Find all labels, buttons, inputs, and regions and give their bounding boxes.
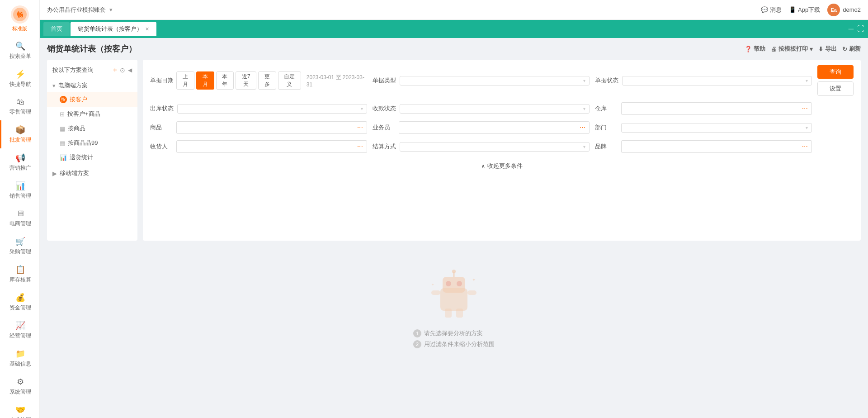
date-buttons: 上月 本月 本年 近7天 更多 自定义 xyxy=(176,71,301,90)
user-profile[interactable]: Ea demo2 xyxy=(827,4,861,16)
refresh-btn[interactable]: ↻ 刷新 xyxy=(842,45,861,53)
date-btn-this-year[interactable]: 本年 xyxy=(216,71,234,90)
scheme-item-return-stat[interactable]: 📊 退货统计 xyxy=(47,150,137,165)
date-filter-label: 单据日期 xyxy=(150,76,173,85)
warehouse-input[interactable]: ··· xyxy=(621,102,812,115)
page: 销货单统计表（按客户） ❓ 帮助 🖨 按模板打印 ▾ ⬇ 导出 xyxy=(40,38,868,418)
print-dropdown-icon[interactable]: ▾ xyxy=(810,46,813,52)
sidebar-item-ecommerce[interactable]: 🖥电商管理 xyxy=(0,204,39,232)
warehouse-group: 仓库 ··· xyxy=(595,102,812,115)
scheme-item-by-product[interactable]: ▦ 按商品 xyxy=(47,121,137,136)
sidebar-item-shortcut[interactable]: ⚡快捷导航 xyxy=(0,65,39,93)
svg-text:畅: 畅 xyxy=(17,11,23,18)
sidebar-item-enterprise[interactable]: 🤝企业协同 xyxy=(0,400,39,418)
sidebar-item-label: 基础信息 xyxy=(9,360,31,368)
query-button[interactable]: 查询 xyxy=(817,65,854,79)
scheme-group-arrow: ▾ xyxy=(52,82,56,89)
tab-expand-btn[interactable]: ─ ⛶ xyxy=(849,25,864,33)
sidebar-item-operations[interactable]: 📈经营管理 xyxy=(0,316,39,344)
purchase-icon: 🛒 xyxy=(15,237,25,247)
scheme-collapse-icon[interactable]: ◀ xyxy=(128,67,132,73)
date-btn-more[interactable]: 更多 xyxy=(258,71,276,90)
department-select[interactable]: ▾ xyxy=(621,123,812,133)
empty-state-text: 1 请先选择要分析的方案 2 用过滤条件来缩小分析范围 xyxy=(413,329,495,351)
scheme-group-mobile-label: 移动端方案 xyxy=(60,169,89,177)
receiver-group: 收货人 ··· xyxy=(150,140,367,153)
tab-fullscreen-icon[interactable]: ⛶ xyxy=(857,25,864,33)
salesperson-input[interactable]: ··· xyxy=(399,121,590,134)
salesperson-label: 业务员 xyxy=(373,124,395,132)
product-dots[interactable]: ··· xyxy=(357,124,363,132)
sidebar-item-search[interactable]: 🔍搜索菜单 xyxy=(0,37,39,65)
sidebar-item-system[interactable]: ⚙系统管理 xyxy=(0,372,39,400)
warehouse-dots[interactable]: ··· xyxy=(802,104,808,113)
product-input[interactable]: ··· xyxy=(176,121,367,134)
scheme-add-icon[interactable]: + xyxy=(113,66,117,74)
app-download-btn[interactable]: 📱 App下载 xyxy=(789,6,820,14)
recv-status-group: 收款状态 ▾ xyxy=(373,104,590,114)
empty-state: ✦ ✦ 1 请先选择要分析的方案 2 用过滤条件来缩小分析范围 xyxy=(47,241,861,378)
scheme-refresh-icon[interactable]: ⊙ xyxy=(120,66,125,74)
doc-type-select[interactable]: ▾ xyxy=(400,76,590,86)
empty-state-image: ✦ ✦ xyxy=(427,268,481,322)
scheme-item-by-customer[interactable]: 按 按客户 xyxy=(47,92,137,107)
brand-dots[interactable]: ··· xyxy=(802,142,808,151)
print-icon: 🖨 xyxy=(771,46,777,52)
settings-button[interactable]: 设置 xyxy=(817,81,854,96)
sidebar-item-inventory[interactable]: 📋库存核算 xyxy=(0,260,39,288)
help-btn[interactable]: ❓ 帮助 xyxy=(745,45,765,53)
brand-input[interactable]: ··· xyxy=(621,140,812,153)
sidebar-item-sales[interactable]: 📊销售管理 xyxy=(0,176,39,204)
sidebar-item-retail[interactable]: 🛍零售管理 xyxy=(0,93,39,120)
date-btn-prev-month[interactable]: 上月 xyxy=(176,71,194,90)
date-btn-7days[interactable]: 近7天 xyxy=(236,71,256,90)
sidebar-item-marketing[interactable]: 📢营销推广 xyxy=(0,148,39,176)
salesperson-group: 业务员 ··· xyxy=(373,121,590,134)
date-btn-this-month[interactable]: 本月 xyxy=(196,71,214,90)
topbar-dropdown-icon[interactable]: ▾ xyxy=(109,6,113,13)
sidebar-item-finance[interactable]: 💰资金管理 xyxy=(0,288,39,316)
sidebar-item-label: 零售管理 xyxy=(9,108,31,116)
date-btn-custom[interactable]: 自定义 xyxy=(278,71,301,90)
settlement-group: 结算方式 ▾ xyxy=(373,142,590,152)
scheme-panel-icons: + ⊙ ◀ xyxy=(113,66,132,74)
svg-point-6 xyxy=(457,281,462,286)
brand-label: 品牌 xyxy=(595,142,618,151)
department-arrow: ▾ xyxy=(806,125,808,130)
scheme-panel: 按以下方案查询 + ⊙ ◀ ▾ 电脑端方案 按 xyxy=(47,60,137,241)
page-header: 销货单统计表（按客户） ❓ 帮助 🖨 按模板打印 ▾ ⬇ 导出 xyxy=(47,43,861,54)
topbar-left: 办公用品行业模拟账套 ▾ xyxy=(47,6,113,14)
receiver-input[interactable]: ··· xyxy=(176,140,367,153)
recv-status-select[interactable]: ▾ xyxy=(400,104,590,114)
system-icon: ⚙ xyxy=(17,377,24,387)
out-status-select[interactable]: ▾ xyxy=(177,104,367,114)
basic-icon: 📁 xyxy=(15,349,25,359)
export-btn[interactable]: ⬇ 导出 xyxy=(818,45,837,53)
settlement-select[interactable]: ▾ xyxy=(400,142,590,152)
tab-close-icon[interactable]: ✕ xyxy=(145,26,149,32)
scheme-item-by-customer-product[interactable]: ⊞ 按客户+商品 xyxy=(47,107,137,121)
sidebar-item-wholesale[interactable]: 📦批发管理 xyxy=(0,120,39,148)
sidebar-item-label: 企业协同 xyxy=(9,416,31,418)
tab-sales-stat[interactable]: 销货单统计表（按客户） ✕ xyxy=(71,22,156,36)
sidebar-item-label: 电商管理 xyxy=(9,220,31,228)
receiver-dots[interactable]: ··· xyxy=(357,142,363,151)
scheme-item-icon-return: 📊 xyxy=(60,154,67,161)
sidebar-item-purchase[interactable]: 🛒采购管理 xyxy=(0,232,39,260)
doc-status-arrow: ▾ xyxy=(806,78,808,83)
doc-status-select[interactable]: ▾ xyxy=(622,76,812,86)
collapse-btn[interactable]: ∧ 收起更多条件 xyxy=(150,159,854,173)
scheme-group-desktop-header[interactable]: ▾ 电脑端方案 xyxy=(47,79,137,92)
sidebar-item-basic[interactable]: 📁基础信息 xyxy=(0,344,39,372)
tab-home-label: 首页 xyxy=(51,25,62,33)
scheme-item-by-product-99[interactable]: ▦ 按商品品99 xyxy=(47,136,137,150)
salesperson-dots[interactable]: ··· xyxy=(580,124,585,132)
enterprise-icon: 🤝 xyxy=(15,405,25,415)
scheme-group-mobile-header[interactable]: ▶ 移动端方案 xyxy=(47,166,137,180)
sidebar-item-label: 销售管理 xyxy=(9,192,31,200)
message-btn[interactable]: 💬 消息 xyxy=(761,6,782,14)
tab-home[interactable]: 首页 xyxy=(43,22,70,36)
template-print-btn[interactable]: 🖨 按模板打印 ▾ xyxy=(771,45,813,53)
tab-minimize-icon[interactable]: ─ xyxy=(849,25,854,33)
doc-status-label: 单据状态 xyxy=(595,76,618,85)
